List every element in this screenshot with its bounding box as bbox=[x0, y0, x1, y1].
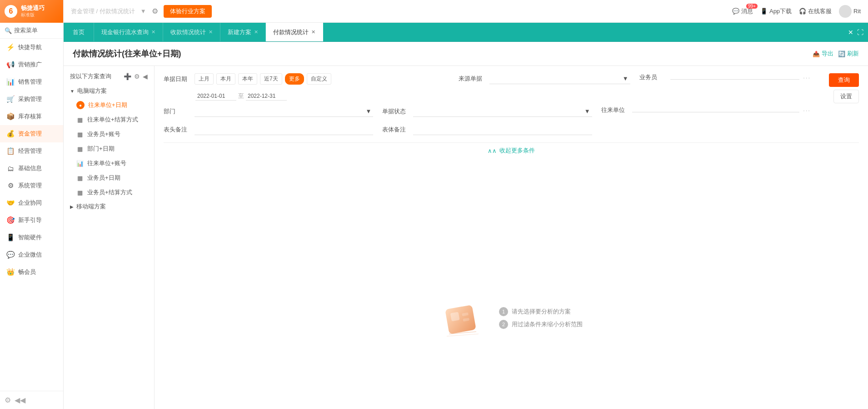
tab-receipt-stat[interactable]: 收款情况统计 ✕ bbox=[163, 23, 220, 41]
doc-status-select[interactable]: ▼ bbox=[413, 106, 592, 117]
sidebar-item-label: 库存核算 bbox=[18, 112, 42, 121]
sidebar-item-system[interactable]: ⚙ 系统管理 bbox=[0, 177, 63, 194]
date-from-input[interactable] bbox=[195, 92, 236, 101]
page-header: 付款情况统计(往来单位+日期) 📤 导出 🔄 刷新 bbox=[64, 42, 868, 66]
search-menu-btn[interactable]: 🔍 搜索菜单 bbox=[5, 26, 59, 35]
topbar-settings-icon[interactable]: ⚙ bbox=[152, 7, 158, 15]
scheme-settings-icon[interactable]: ⚙ bbox=[134, 73, 140, 80]
tab-bank-flow[interactable]: 现金银行流水查询 ✕ bbox=[94, 23, 163, 41]
sidebar-item-label: 企业协同 bbox=[18, 199, 42, 207]
sidebar-item-label: 系统管理 bbox=[18, 182, 42, 190]
staff-dots-icon[interactable]: ··· bbox=[803, 74, 811, 81]
sidebar-item-quick-nav[interactable]: ⚡ 快捷导航 bbox=[0, 39, 63, 56]
sidebar-item-guide[interactable]: 🎯 新手引导 bbox=[0, 212, 63, 229]
sidebar-item-label: 基础信息 bbox=[18, 164, 42, 172]
collapse-sidebar-icon[interactable]: ◀◀ bbox=[15, 396, 25, 404]
tab-bank-flow-close[interactable]: ✕ bbox=[151, 29, 155, 35]
date-btn-this-month[interactable]: 本月 bbox=[216, 73, 235, 85]
desktop-scheme-group-header[interactable]: ▼ 电脑端方案 bbox=[64, 84, 154, 98]
dept-select[interactable]: ▼ bbox=[195, 106, 373, 117]
tab-new-scheme-close[interactable]: ✕ bbox=[254, 29, 258, 35]
scheme-item-partner-date[interactable]: ● 往来单位+日期 bbox=[64, 98, 154, 112]
hardware-icon: 📱 bbox=[6, 233, 15, 242]
app-download-btn[interactable]: 📱 App下载 bbox=[760, 7, 792, 15]
sidebar-item-wechat[interactable]: 💬 企业微信 bbox=[0, 246, 63, 263]
date-label: 单据日期 bbox=[164, 75, 191, 83]
header-note-input[interactable] bbox=[195, 124, 373, 135]
tab-home[interactable]: 首页 bbox=[64, 23, 94, 41]
sidebar-item-finance[interactable]: 💰 资金管理 bbox=[0, 125, 63, 142]
tab-payment-stat-close[interactable]: ✕ bbox=[311, 29, 315, 35]
username: Rit bbox=[853, 8, 861, 15]
partner-dots-icon[interactable]: ··· bbox=[803, 107, 811, 114]
sidebar-search-area[interactable]: 🔍 搜索菜单 bbox=[0, 23, 63, 39]
refresh-btn[interactable]: 🔄 刷新 bbox=[838, 50, 859, 58]
date-btn-this-year[interactable]: 本年 bbox=[238, 73, 257, 85]
sidebar-item-sales[interactable]: 📊 销售管理 bbox=[0, 73, 63, 91]
sidebar-item-label: 畅会员 bbox=[18, 268, 36, 276]
maximize-icon[interactable]: ⛶ bbox=[857, 29, 863, 36]
date-btn-more[interactable]: 更多 bbox=[285, 73, 304, 85]
empty-hints: 1 请先选择要分析的方案 2 用过滤条件来缩小分析范围 bbox=[499, 307, 583, 329]
scheme-grid-icon3: ▦ bbox=[76, 146, 84, 152]
settings-btn[interactable]: 设置 bbox=[833, 90, 859, 103]
online-service-btn[interactable]: 🎧 在线客服 bbox=[799, 7, 832, 15]
query-btn[interactable]: 查询 bbox=[829, 73, 859, 87]
sidebar-item-basic[interactable]: 🗂 基础信息 bbox=[0, 160, 63, 177]
date-btn-custom[interactable]: 自定义 bbox=[307, 73, 331, 85]
filter-row-3: 表头备注 表体备注 bbox=[164, 124, 811, 135]
scheme-item-staff-settle[interactable]: ▦ 业务员+结算方式 bbox=[64, 185, 154, 200]
sidebar-item-inventory[interactable]: 📦 库存核算 bbox=[0, 108, 63, 125]
scheme-item-partner-settle[interactable]: ▦ 往来单位+结算方式 bbox=[64, 112, 154, 127]
user-menu[interactable]: Rit bbox=[839, 5, 861, 18]
filter-source-item: 来源单据 ▼ bbox=[459, 73, 630, 84]
message-btn[interactable]: 💬 消息 99+ bbox=[732, 7, 753, 15]
scheme-panel-header: 按以下方案查询 ➕ ⚙ ◀ bbox=[64, 71, 154, 84]
partner-label: 往来单位 bbox=[601, 106, 629, 114]
export-label: 导出 bbox=[822, 50, 833, 58]
wechat-icon: 💬 bbox=[6, 251, 15, 259]
body-note-input[interactable] bbox=[413, 124, 592, 135]
sidebar-item-hardware[interactable]: 📱 智能硬件 bbox=[0, 229, 63, 246]
sidebar-item-member[interactable]: 👑 畅会员 bbox=[0, 263, 63, 281]
date-btn-last-month[interactable]: 上月 bbox=[195, 73, 214, 85]
date-btn-7days[interactable]: 近7天 bbox=[260, 73, 282, 85]
collapse-scheme-icon[interactable]: ◀ bbox=[143, 73, 148, 80]
tab-new-scheme[interactable]: 新建方案 ✕ bbox=[220, 23, 266, 41]
mobile-scheme-group: ▶ 移动端方案 bbox=[64, 200, 154, 213]
operations-icon: 📋 bbox=[6, 147, 15, 155]
filter-and-empty: 单据日期 上月 本月 本年 近7天 更多 自定义 bbox=[155, 66, 868, 409]
staff-input bbox=[670, 76, 800, 80]
scheme-item-staff-account[interactable]: ▦ 业务员+账号 bbox=[64, 127, 154, 141]
system-icon: ⚙ bbox=[6, 182, 15, 190]
topbar-dropdown-icon[interactable]: ▼ bbox=[140, 8, 146, 15]
scheme-item-staff-date[interactable]: ▦ 业务员+日期 bbox=[64, 171, 154, 185]
sidebar-item-enterprise[interactable]: 🤝 企业协同 bbox=[0, 194, 63, 212]
collapse-up-icon: ∧∧ bbox=[488, 147, 497, 154]
staff-label: 业务员 bbox=[639, 73, 667, 81]
mobile-scheme-group-header[interactable]: ▶ 移动端方案 bbox=[64, 200, 154, 213]
settings-footer-icon[interactable]: ⚙ bbox=[5, 396, 11, 404]
source-select[interactable]: ▼ bbox=[489, 73, 630, 84]
scheme-item-dept-date[interactable]: ▦ 部门+日期 bbox=[64, 141, 154, 156]
sidebar-item-label: 采购管理 bbox=[18, 95, 42, 103]
tab-payment-stat[interactable]: 付款情况统计 ✕ bbox=[266, 23, 323, 41]
collapse-conditions-btn[interactable]: ∧∧ 收起更多条件 bbox=[164, 142, 859, 158]
close-all-tabs-icon[interactable]: ✕ bbox=[848, 29, 853, 36]
export-btn[interactable]: 📤 导出 bbox=[813, 50, 833, 58]
sidebar-item-purchase[interactable]: 🛒 采购管理 bbox=[0, 91, 63, 108]
date-to-input[interactable] bbox=[246, 92, 287, 101]
scheme-chart-icon: 📊 bbox=[76, 160, 84, 167]
trial-btn[interactable]: 体验行业方案 bbox=[164, 5, 212, 18]
scheme-item-partner-account[interactable]: 📊 往来单位+账号 bbox=[64, 156, 154, 171]
collapse-label: 收起更多条件 bbox=[499, 146, 535, 155]
tab-receipt-stat-close[interactable]: ✕ bbox=[209, 29, 213, 35]
add-scheme-icon[interactable]: ➕ bbox=[124, 73, 131, 80]
sidebar-item-marketing[interactable]: 📢 营销推广 bbox=[0, 56, 63, 73]
main-area: 资金管理 / 付款情况统计 ▼ ⚙ 体验行业方案 💬 消息 99+ 📱 App下… bbox=[64, 0, 868, 409]
tab-payment-stat-label: 付款情况统计 bbox=[273, 28, 309, 36]
search-icon: 🔍 bbox=[5, 27, 12, 34]
sidebar-item-operations[interactable]: 📋 经营管理 bbox=[0, 142, 63, 160]
body-note-label: 表体备注 bbox=[382, 126, 409, 134]
tab-bank-flow-label: 现金银行流水查询 bbox=[101, 28, 149, 36]
